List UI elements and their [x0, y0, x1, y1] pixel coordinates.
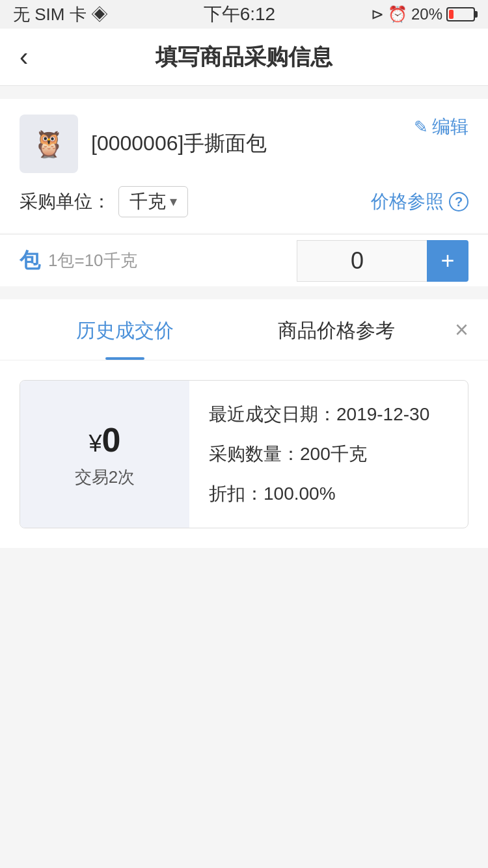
tab-product-price-ref[interactable]: 商品价格参考 [230, 299, 441, 360]
sim-label: 无 SIM 卡 ◈ [13, 3, 108, 26]
quantity-section: 包 1包=10千克 + [0, 234, 488, 286]
dropdown-arrow-icon: ▾ [170, 193, 177, 210]
edit-label: 编辑 [432, 115, 468, 139]
product-thumbnail: 🦉 [20, 115, 78, 173]
discount-row: 折扣：100.00% [209, 480, 448, 509]
unit-value: 千克 [129, 189, 166, 214]
tab-panel: 历史成交价 商品价格参考 × ¥0 交易2次 最近成交日期：2019-12-30… [0, 299, 488, 548]
tab-history-price[interactable]: 历史成交价 [20, 299, 230, 360]
purchase-qty-value: 200千克 [300, 444, 367, 464]
price-value: ¥0 [89, 420, 121, 459]
product-section: 🦉 [0000006]手撕面包 ✎ 编辑 采购单位： 千克 ▾ 价格参照 ? [0, 99, 488, 233]
status-left: 无 SIM 卡 ◈ [13, 3, 108, 26]
edit-icon: ✎ [414, 117, 428, 137]
page-title: 填写商品采购信息 [156, 42, 332, 72]
increment-button[interactable]: + [427, 240, 468, 282]
price-number: 0 [102, 421, 121, 459]
recent-date-value: 2019-12-30 [336, 404, 429, 424]
status-right: ⊳ ⏰ 20% [371, 5, 475, 23]
status-time: 下午6:12 [204, 2, 276, 27]
unit-selector[interactable]: 千克 ▾ [118, 186, 188, 217]
price-card-left: ¥0 交易2次 [20, 381, 189, 528]
price-ref-button[interactable]: 价格参照 ? [371, 189, 468, 214]
back-button[interactable]: ‹ [20, 42, 28, 72]
currency-symbol: ¥ [89, 430, 102, 457]
battery-icon [446, 7, 475, 21]
trade-count: 交易2次 [75, 466, 135, 489]
main-area [0, 548, 488, 868]
recent-date-row: 最近成交日期：2019-12-30 [209, 400, 448, 429]
product-header: 🦉 [0000006]手撕面包 ✎ 编辑 [20, 115, 468, 173]
discount-label: 折扣： [209, 483, 264, 504]
unit-row: 采购单位： 千克 ▾ 价格参照 ? [20, 186, 468, 217]
quantity-input[interactable] [297, 240, 427, 282]
price-card-right: 最近成交日期：2019-12-30 采购数量：200千克 折扣：100.00% [189, 381, 468, 528]
location-icon: ⊳ [371, 5, 384, 23]
tab-content: ¥0 交易2次 最近成交日期：2019-12-30 采购数量：200千克 折扣：… [0, 360, 488, 548]
alarm-icon: ⏰ [388, 5, 407, 23]
quantity-input-group: + [297, 240, 468, 282]
nav-bar: ‹ 填写商品采购信息 [0, 29, 488, 86]
help-icon: ? [449, 192, 468, 211]
tab-header: 历史成交价 商品价格参考 × [0, 299, 488, 360]
price-card: ¥0 交易2次 最近成交日期：2019-12-30 采购数量：200千克 折扣：… [20, 380, 468, 528]
battery-fill [449, 10, 454, 19]
edit-button[interactable]: ✎ 编辑 [414, 115, 468, 139]
discount-value: 100.00% [264, 483, 336, 504]
purchase-qty-row: 采购数量：200千克 [209, 440, 448, 469]
tab-close-button[interactable]: × [442, 310, 468, 350]
price-ref-label: 价格参照 [371, 189, 444, 214]
recent-date-label: 最近成交日期： [209, 404, 336, 424]
unit-left: 采购单位： 千克 ▾ [20, 186, 188, 217]
unit-box-label: 包 [20, 247, 40, 275]
battery-percent: 20% [411, 5, 442, 23]
status-bar: 无 SIM 卡 ◈ 下午6:12 ⊳ ⏰ 20% [0, 0, 488, 29]
quantity-label: 包 1包=10千克 [20, 247, 137, 275]
purchase-qty-label: 采购数量： [209, 444, 300, 464]
product-left: 🦉 [0000006]手撕面包 [20, 115, 267, 173]
purchase-unit-label: 采购单位： [20, 189, 111, 214]
product-name: [0000006]手撕面包 [91, 129, 267, 158]
unit-conversion-label: 1包=10千克 [48, 249, 137, 272]
product-icon: 🦉 [33, 129, 65, 159]
